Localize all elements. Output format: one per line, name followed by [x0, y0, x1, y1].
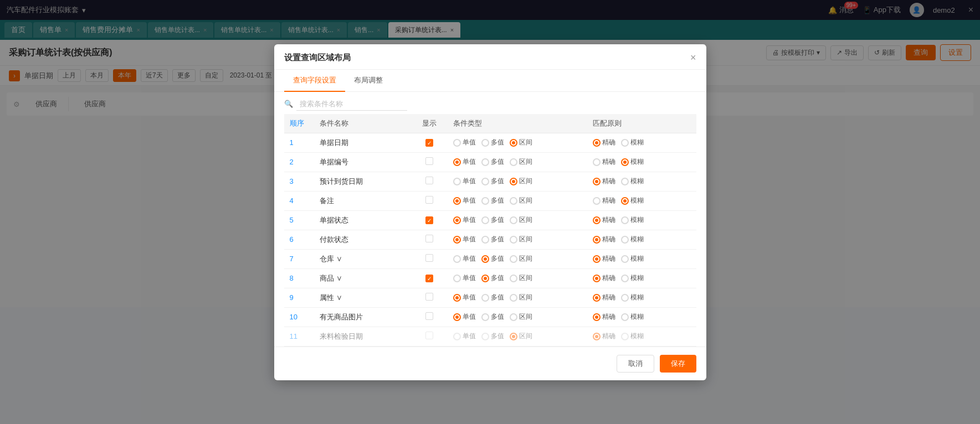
table-row: 2单据编号单值多值区间精确模糊 [284, 152, 696, 172]
dialog-close-button[interactable]: × [690, 52, 696, 64]
th-type: 条件类型 [448, 114, 587, 133]
cell-name: 属性 ∨ [314, 288, 411, 307]
cell-show[interactable] [411, 133, 448, 152]
cell-name: 仓库 ∨ [314, 249, 411, 268]
dialog-search-area: 🔍 [274, 92, 706, 114]
match-radio-item[interactable]: 模糊 [621, 215, 644, 225]
cell-show[interactable] [411, 249, 448, 268]
cell-order: 9 [284, 288, 315, 307]
show-checkbox[interactable] [425, 177, 433, 184]
type-radio-item[interactable]: 区间 [510, 215, 532, 225]
type-radio-item[interactable]: 多值 [481, 177, 504, 186]
cell-type: 单值多值区间 [448, 288, 587, 307]
cell-order: 6 [284, 230, 315, 249]
type-radio-item[interactable]: 单值 [453, 138, 476, 147]
cell-order: 4 [284, 191, 315, 210]
match-radio-item[interactable]: 精确 [593, 254, 615, 263]
type-radio-item[interactable]: 单值 [453, 235, 476, 244]
match-radio-item[interactable]: 精确 [593, 293, 615, 302]
match-radio-item[interactable]: 模糊 [621, 138, 644, 147]
type-radio-item[interactable]: 区间 [510, 273, 532, 283]
type-radio-item[interactable]: 区间 [510, 138, 532, 147]
match-radio-item[interactable]: 模糊 [621, 293, 644, 302]
cell-match: 精确模糊 [587, 249, 696, 268]
cell-match: 精确模糊 [587, 191, 696, 210]
type-radio-item[interactable]: 单值 [453, 196, 476, 205]
match-radio-item[interactable]: 模糊 [621, 196, 644, 205]
match-radio-item[interactable]: 精确 [593, 196, 615, 205]
type-radio-item[interactable]: 区间 [510, 157, 532, 167]
show-checkbox[interactable] [425, 196, 433, 204]
cell-type: 单值多值区间 [448, 172, 587, 191]
match-radio-item[interactable]: 精确 [593, 235, 615, 244]
match-radio-item[interactable]: 模糊 [621, 235, 644, 244]
show-checkbox[interactable] [425, 157, 433, 165]
th-order: 顺序 [284, 114, 315, 133]
match-radio-item[interactable]: 精确 [593, 177, 615, 186]
type-radio-item[interactable]: 多值 [481, 138, 504, 147]
cell-show[interactable] [411, 152, 448, 172]
type-radio-item[interactable]: 多值 [481, 196, 504, 205]
match-radio-item[interactable]: 模糊 [621, 177, 644, 186]
type-radio-item[interactable]: 区间 [510, 293, 532, 302]
type-radio-item[interactable]: 区间 [510, 177, 532, 186]
search-input[interactable] [296, 97, 407, 111]
type-radio-item[interactable]: 单值 [453, 254, 476, 263]
cell-name: 单据状态 [314, 210, 411, 230]
type-radio-item[interactable]: 区间 [510, 196, 532, 205]
cell-name: 单据日期 [314, 133, 411, 152]
table-row: 9属性 ∨单值多值区间精确模糊 [284, 288, 696, 307]
type-radio-item[interactable]: 单值 [453, 215, 476, 225]
type-radio-item[interactable]: 多值 [481, 273, 504, 283]
show-checkbox[interactable] [425, 293, 433, 301]
table-header-row: 顺序 条件名称 显示 条件类型 匹配原则 [284, 114, 696, 133]
type-radio-item[interactable]: 单值 [453, 177, 476, 186]
match-radio-item[interactable]: 模糊 [621, 254, 644, 263]
table-row: 3预计到货日期单值多值区间精确模糊 [284, 172, 696, 191]
cell-match: 精确模糊 [587, 210, 696, 230]
show-checkbox[interactable] [425, 235, 433, 242]
cell-show[interactable] [411, 172, 448, 191]
type-radio-item[interactable]: 区间 [510, 235, 532, 244]
th-show: 显示 [411, 114, 448, 133]
cell-name: 备注 [314, 191, 411, 210]
cell-type: 单值多值区间 [448, 152, 587, 172]
cell-order: 3 [284, 172, 315, 191]
tab-query-fields[interactable]: 查询字段设置 [284, 70, 345, 92]
cell-show[interactable] [411, 268, 448, 288]
type-radio-item[interactable]: 多值 [481, 157, 504, 167]
cell-match: 精确模糊 [587, 268, 696, 288]
type-radio-item[interactable]: 单值 [453, 157, 476, 167]
show-checkbox[interactable] [425, 139, 433, 147]
show-checkbox[interactable] [425, 254, 433, 262]
cell-name: 付款状态 [314, 230, 411, 249]
cell-show[interactable] [411, 191, 448, 210]
match-radio-item[interactable]: 精确 [593, 273, 615, 283]
cell-order: 5 [284, 210, 315, 230]
match-radio-item[interactable]: 模糊 [621, 157, 644, 167]
cell-order: 2 [284, 152, 315, 172]
match-radio-item[interactable]: 精确 [593, 215, 615, 225]
cell-show[interactable] [411, 288, 448, 307]
show-checkbox[interactable] [425, 216, 433, 224]
type-radio-item[interactable]: 多值 [481, 293, 504, 302]
th-name: 条件名称 [314, 114, 411, 133]
type-radio-item[interactable]: 单值 [453, 273, 476, 283]
cell-name: 商品 ∨ [314, 268, 411, 288]
type-radio-item[interactable]: 单值 [453, 293, 476, 302]
dialog-table-area: 顺序 条件名称 显示 条件类型 匹配原则 1单据日期单值多值区间精确模糊2单据编… [274, 114, 706, 308]
cell-show[interactable] [411, 230, 448, 249]
search-icon: 🔍 [284, 100, 293, 108]
cell-show[interactable] [411, 210, 448, 230]
show-checkbox[interactable] [425, 275, 433, 282]
type-radio-item[interactable]: 多值 [481, 254, 504, 263]
cell-type: 单值多值区间 [448, 249, 587, 268]
match-radio-item[interactable]: 模糊 [621, 273, 644, 283]
type-radio-item[interactable]: 多值 [481, 235, 504, 244]
match-radio-item[interactable]: 精确 [593, 157, 615, 167]
match-radio-item[interactable]: 精确 [593, 138, 615, 147]
type-radio-item[interactable]: 多值 [481, 215, 504, 225]
cell-match: 精确模糊 [587, 133, 696, 152]
tab-layout-adjust[interactable]: 布局调整 [345, 70, 392, 92]
type-radio-item[interactable]: 区间 [510, 254, 532, 263]
